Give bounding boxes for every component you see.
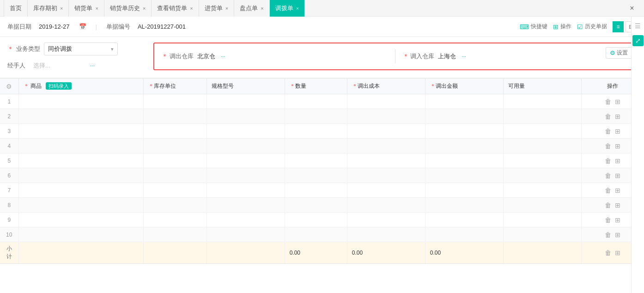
cost-cell[interactable] bbox=[347, 168, 425, 183]
delete-icon[interactable]: 🗑 bbox=[605, 201, 611, 209]
product-cell[interactable] bbox=[18, 109, 143, 124]
spec-cell[interactable] bbox=[207, 198, 285, 213]
spec-cell[interactable] bbox=[207, 227, 285, 242]
operation-button[interactable]: ⊞ 操作 bbox=[553, 23, 571, 31]
product-cell[interactable] bbox=[18, 153, 143, 168]
product-cell[interactable] bbox=[18, 213, 143, 227]
copy-icon[interactable]: ⊞ bbox=[615, 157, 620, 165]
product-cell[interactable] bbox=[18, 198, 143, 213]
tab-purchase-order[interactable]: 进货单 × bbox=[199, 0, 234, 17]
copy-icon[interactable]: ⊞ bbox=[615, 201, 620, 209]
qty-cell[interactable] bbox=[285, 153, 347, 168]
copy-icon[interactable]: ⊞ bbox=[615, 128, 620, 135]
copy-icon[interactable]: ⊞ bbox=[615, 113, 620, 120]
unit-cell[interactable] bbox=[143, 227, 207, 242]
product-cell[interactable] bbox=[18, 139, 143, 153]
amount-cell[interactable] bbox=[425, 124, 503, 139]
delete-icon[interactable]: 🗑 bbox=[605, 249, 611, 256]
tab-close-transfer-order[interactable]: × bbox=[296, 6, 299, 11]
tab-sales-history[interactable]: 销货单历史 × bbox=[104, 0, 152, 17]
scan-button[interactable]: 扫码录入 bbox=[46, 82, 72, 90]
copy-icon[interactable]: ⊞ bbox=[615, 98, 620, 105]
delete-icon[interactable]: 🗑 bbox=[605, 128, 611, 135]
tab-transfer-order[interactable]: 调拨单 × bbox=[270, 0, 305, 17]
cost-cell[interactable] bbox=[347, 124, 425, 139]
qty-cell[interactable] bbox=[285, 139, 347, 153]
qty-cell[interactable] bbox=[285, 213, 347, 227]
cost-cell[interactable] bbox=[347, 109, 425, 124]
gear-column-header[interactable]: ⚙ bbox=[0, 79, 18, 94]
business-type-select[interactable]: 同价调拨 ▾ bbox=[44, 43, 118, 55]
calendar-icon[interactable]: 📅 bbox=[79, 23, 86, 30]
product-cell[interactable] bbox=[18, 124, 143, 139]
delete-icon[interactable]: 🗑 bbox=[605, 157, 611, 165]
delete-icon[interactable]: 🗑 bbox=[605, 187, 611, 194]
settings-button[interactable]: ⚙ 设置 bbox=[606, 47, 632, 59]
view-list-button[interactable]: ≡ bbox=[613, 21, 624, 32]
warehouse-out-more-button[interactable]: ··· bbox=[219, 52, 227, 61]
cost-cell[interactable] bbox=[347, 227, 425, 242]
spec-cell[interactable] bbox=[207, 183, 285, 198]
sidebar-expand-icon[interactable]: ⤢ bbox=[632, 35, 644, 46]
copy-icon[interactable]: ⊞ bbox=[615, 187, 620, 194]
qty-cell[interactable] bbox=[285, 198, 347, 213]
unit-cell[interactable] bbox=[143, 139, 207, 153]
amount-cell[interactable] bbox=[425, 94, 503, 109]
delete-icon[interactable]: 🗑 bbox=[605, 216, 611, 224]
spec-cell[interactable] bbox=[207, 139, 285, 153]
qty-cell[interactable] bbox=[285, 94, 347, 109]
shortcut-button[interactable]: ⌨ 快捷键 bbox=[520, 23, 547, 31]
copy-icon[interactable]: ⊞ bbox=[615, 249, 620, 256]
product-cell[interactable] bbox=[18, 168, 143, 183]
cost-cell[interactable] bbox=[347, 198, 425, 213]
qty-cell[interactable] bbox=[285, 168, 347, 183]
cost-cell[interactable] bbox=[347, 183, 425, 198]
amount-cell[interactable] bbox=[425, 109, 503, 124]
cost-cell[interactable] bbox=[347, 94, 425, 109]
tab-inventory-check[interactable]: 盘点单 × bbox=[234, 0, 269, 17]
product-cell[interactable] bbox=[18, 183, 143, 198]
qty-cell[interactable] bbox=[285, 183, 347, 198]
tab-close-sales-history[interactable]: × bbox=[143, 6, 146, 11]
tab-inventory-init[interactable]: 库存期初 × bbox=[28, 0, 69, 17]
delete-icon[interactable]: 🗑 bbox=[605, 113, 611, 120]
tab-home[interactable]: 首页 bbox=[4, 0, 28, 17]
spec-cell[interactable] bbox=[207, 168, 285, 183]
unit-cell[interactable] bbox=[143, 153, 207, 168]
unit-cell[interactable] bbox=[143, 183, 207, 198]
copy-icon[interactable]: ⊞ bbox=[615, 172, 620, 179]
spec-cell[interactable] bbox=[207, 213, 285, 227]
unit-cell[interactable] bbox=[143, 213, 207, 227]
product-cell[interactable] bbox=[18, 94, 143, 109]
amount-cell[interactable] bbox=[425, 213, 503, 227]
delete-icon[interactable]: 🗑 bbox=[605, 172, 611, 179]
tab-close-sales-order[interactable]: × bbox=[95, 6, 98, 11]
spec-cell[interactable] bbox=[207, 153, 285, 168]
warehouse-in-more-button[interactable]: ··· bbox=[460, 52, 468, 61]
amount-cell[interactable] bbox=[425, 227, 503, 242]
product-cell[interactable] bbox=[18, 227, 143, 242]
unit-cell[interactable] bbox=[143, 168, 207, 183]
amount-cell[interactable] bbox=[425, 183, 503, 198]
person-more-button[interactable]: ··· bbox=[88, 61, 97, 70]
cost-cell[interactable] bbox=[347, 213, 425, 227]
unit-cell[interactable] bbox=[143, 124, 207, 139]
delete-icon[interactable]: 🗑 bbox=[605, 231, 611, 238]
copy-icon[interactable]: ⊞ bbox=[615, 216, 620, 224]
unit-cell[interactable] bbox=[143, 198, 207, 213]
tab-close-inventory-init[interactable]: × bbox=[60, 6, 63, 11]
spec-cell[interactable] bbox=[207, 109, 285, 124]
spec-cell[interactable] bbox=[207, 124, 285, 139]
tab-sales-order[interactable]: 销货单 × bbox=[69, 0, 104, 17]
delete-icon[interactable]: 🗑 bbox=[605, 98, 611, 105]
tab-close-view-sales[interactable]: × bbox=[190, 6, 193, 11]
gear-icon[interactable]: ⚙ bbox=[6, 83, 12, 90]
table-container[interactable]: ⚙ ＊ 商品 扫码录入 ＊库存单位 规格型号 ＊数量 ＊调出 bbox=[0, 78, 644, 264]
spec-cell[interactable] bbox=[207, 94, 285, 109]
amount-cell[interactable] bbox=[425, 198, 503, 213]
tab-close-purchase-order[interactable]: × bbox=[225, 6, 228, 11]
copy-icon[interactable]: ⊞ bbox=[615, 142, 620, 150]
qty-cell[interactable] bbox=[285, 227, 347, 242]
amount-cell[interactable] bbox=[425, 139, 503, 153]
window-close-button[interactable]: × bbox=[624, 0, 640, 17]
